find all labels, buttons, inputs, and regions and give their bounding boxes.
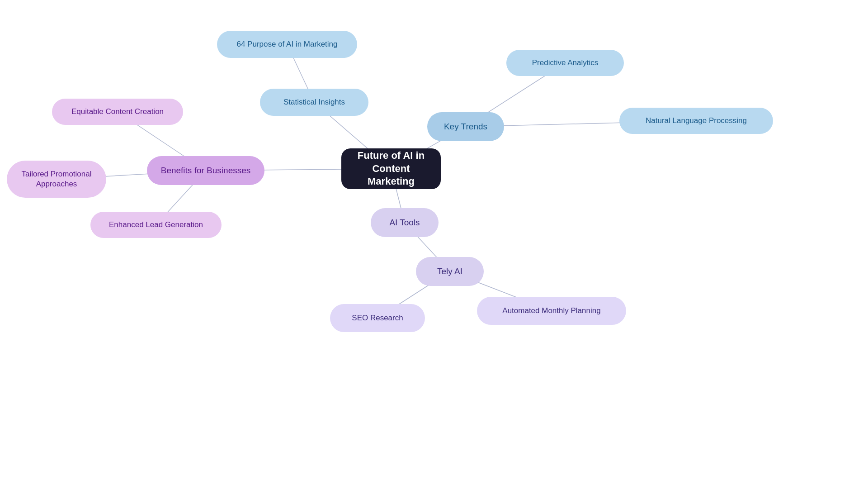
seoresearch-node: SEO Research — [330, 304, 425, 332]
enhanced-node: Enhanced Lead Generation — [90, 212, 222, 238]
keytrends-node: Key Trends — [427, 112, 504, 141]
automated-node: Automated Monthly Planning — [477, 297, 626, 325]
aitools-node: AI Tools — [371, 208, 439, 237]
predictive-node: Predictive Analytics — [506, 50, 624, 76]
statistical-node: Statistical Insights — [260, 89, 368, 116]
tailored-node: Tailored Promotional Approaches — [7, 161, 106, 198]
equitable-node: Equitable Content Creation — [52, 99, 183, 125]
center-node: Future of AI in Content Marketing — [341, 148, 441, 189]
nlp-node: Natural Language Processing — [619, 108, 773, 134]
purpose-node: 64 Purpose of AI in Marketing — [217, 31, 357, 58]
benefits-node: Benefits for Businesses — [147, 156, 264, 185]
telyai-node: Tely AI — [416, 257, 484, 286]
